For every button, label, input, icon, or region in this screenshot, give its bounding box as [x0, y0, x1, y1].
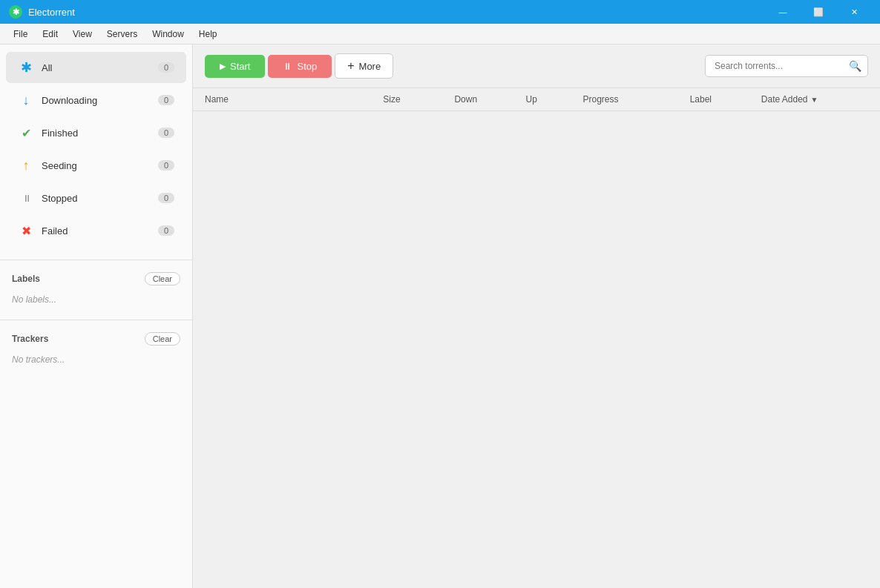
menu-servers[interactable]: Servers	[99, 26, 145, 42]
main-layout: ✱ All 0 ↓ Downloading 0 ✔ Finished 0 ↑ S…	[0, 44, 880, 588]
sidebar-divider-2	[0, 320, 192, 320]
sidebar-divider-1	[0, 260, 192, 260]
titlebar: ✱ Electorrent — ⬜ ✕	[0, 0, 880, 24]
sidebar-item-failed[interactable]: ✖ Failed 0	[6, 215, 186, 246]
menu-window[interactable]: Window	[145, 26, 191, 42]
labels-empty: No labels...	[0, 291, 192, 314]
table-body	[193, 111, 880, 117]
labels-title: Labels	[12, 274, 145, 284]
start-label: Start	[230, 61, 250, 72]
labels-clear-button[interactable]: Clear	[145, 272, 180, 285]
more-label: More	[359, 61, 381, 72]
col-header-label: Label	[690, 94, 761, 105]
sidebar-label-downloading: Downloading	[42, 95, 158, 106]
sidebar-label-seeding: Seeding	[42, 160, 158, 171]
sidebar-item-seeding[interactable]: ↑ Seeding 0	[6, 150, 186, 181]
sidebar-item-all[interactable]: ✱ All 0	[6, 52, 186, 83]
search-container: 🔍	[705, 55, 868, 77]
trackers-clear-button[interactable]: Clear	[145, 332, 180, 346]
failed-icon: ✖	[18, 222, 34, 239]
menu-help[interactable]: Help	[191, 26, 225, 42]
sidebar-item-stopped[interactable]: ⏸ Stopped 0	[6, 182, 186, 214]
sidebar-label-all: All	[42, 62, 158, 73]
play-icon: ▶	[220, 62, 226, 71]
stop-label: Stop	[297, 61, 317, 72]
window-controls: — ⬜ ✕	[766, 0, 871, 24]
app-logo: ✱	[9, 5, 22, 19]
restore-button[interactable]: ⬜	[801, 0, 835, 24]
logo-icon: ✱	[13, 7, 19, 17]
menubar: File Edit View Servers Window Help	[0, 24, 880, 44]
table-header: Name Size Down Up Progress Label Date Ad…	[193, 88, 880, 111]
labels-section-header: Labels Clear	[0, 266, 192, 291]
search-icon[interactable]: 🔍	[849, 60, 861, 72]
torrent-table: Name Size Down Up Progress Label Date Ad…	[193, 88, 880, 588]
minimize-button[interactable]: —	[766, 0, 800, 24]
sidebar-count-stopped: 0	[158, 193, 174, 203]
col-header-name: Name	[205, 94, 383, 105]
sort-icon[interactable]: ▼	[811, 96, 818, 104]
seeding-icon: ↑	[18, 157, 34, 174]
finished-icon: ✔	[18, 125, 34, 141]
all-icon: ✱	[18, 59, 34, 76]
toolbar: ▶ Start ⏸ Stop + More 🔍	[193, 44, 880, 88]
trackers-title: Trackers	[12, 334, 145, 344]
col-header-size: Size	[383, 94, 454, 105]
sidebar-item-finished[interactable]: ✔ Finished 0	[6, 117, 186, 148]
sidebar-count-downloading: 0	[158, 95, 174, 105]
stopped-icon: ⏸	[18, 190, 34, 206]
menu-edit[interactable]: Edit	[35, 26, 65, 42]
content-area: ▶ Start ⏸ Stop + More 🔍 Name Size Down	[193, 44, 880, 588]
sidebar-categories: ✱ All 0 ↓ Downloading 0 ✔ Finished 0 ↑ S…	[0, 44, 192, 254]
start-button[interactable]: ▶ Start	[205, 55, 265, 78]
sidebar-label-finished: Finished	[42, 128, 158, 139]
col-header-up: Up	[526, 94, 583, 105]
more-button[interactable]: + More	[335, 53, 393, 79]
sidebar-count-all: 0	[158, 62, 174, 73]
sidebar-label-stopped: Stopped	[42, 193, 158, 204]
menu-file[interactable]: File	[6, 26, 35, 42]
pause-icon: ⏸	[283, 61, 292, 72]
sidebar-label-failed: Failed	[42, 225, 158, 237]
col-header-down: Down	[454, 94, 525, 105]
menu-view[interactable]: View	[65, 26, 99, 42]
trackers-section-header: Trackers Clear	[0, 326, 192, 351]
col-header-date: Date Added ▼	[761, 94, 868, 105]
sidebar-count-failed: 0	[158, 225, 174, 236]
trackers-empty: No trackers...	[0, 351, 192, 374]
sidebar-count-finished: 0	[158, 128, 174, 138]
sidebar-item-downloading[interactable]: ↓ Downloading 0	[6, 85, 186, 116]
date-added-label: Date Added	[761, 94, 808, 105]
plus-icon: +	[347, 60, 354, 72]
close-button[interactable]: ✕	[837, 0, 871, 24]
download-icon: ↓	[18, 92, 34, 108]
sidebar: ✱ All 0 ↓ Downloading 0 ✔ Finished 0 ↑ S…	[0, 44, 193, 588]
sidebar-count-seeding: 0	[158, 160, 174, 171]
stop-button[interactable]: ⏸ Stop	[268, 55, 332, 78]
search-input[interactable]	[712, 56, 849, 76]
app-title: Electorrent	[28, 7, 766, 18]
col-header-progress: Progress	[582, 94, 689, 105]
